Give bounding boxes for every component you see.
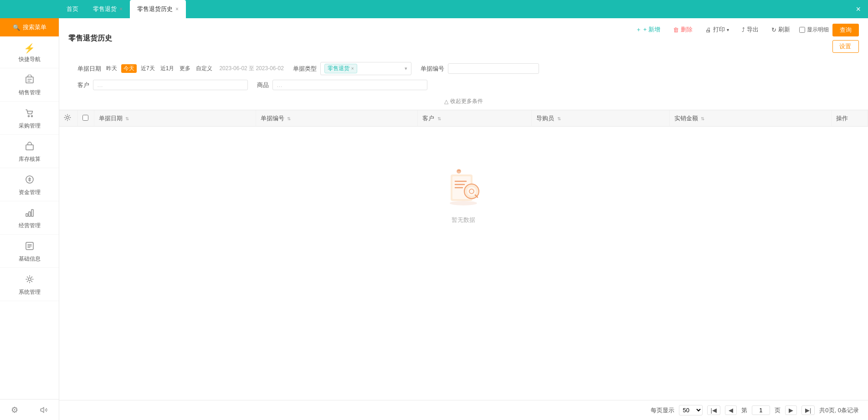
customer-filter: 客户 … — [77, 80, 248, 90]
svg-rect-7 — [31, 210, 33, 216]
doc-type-filter: 单据类型 零售退货 × ▾ — [293, 62, 411, 75]
sidebar-item-label: 快捷导航 — [19, 56, 41, 63]
th-date[interactable]: 单据日期 ⇅ — [94, 110, 256, 127]
doc-type-tag-close[interactable]: × — [351, 66, 354, 71]
th-settings[interactable] — [59, 110, 77, 127]
filter-area: 单据日期 昨天 今天 近7天 近1月 更多 自定义 2023-06-02 至 2… — [68, 57, 859, 110]
sidebar-item-label: 经营管理 — [19, 222, 41, 230]
date-shortcut-today[interactable]: 今天 — [121, 64, 137, 73]
refresh-label: 刷新 — [778, 26, 790, 34]
doc-number-input[interactable] — [448, 63, 539, 74]
th-customer[interactable]: 客户 ⇅ — [418, 110, 532, 127]
th-guide[interactable]: 导购员 ⇅ — [532, 110, 670, 127]
date-shortcut-1month[interactable]: 近1月 — [159, 64, 176, 73]
add-label: + 新增 — [643, 26, 660, 34]
date-shortcut-custom[interactable]: 自定义 — [195, 64, 214, 73]
sort-number-icon: ⇅ — [287, 116, 291, 121]
svg-point-9 — [28, 278, 31, 281]
sort-guide-icon: ⇅ — [557, 116, 561, 121]
pagination-bar: 每页显示 50 20 100 |◀ ◀ 第 页 ▶ ▶| 共0页, 0条记录 — [59, 400, 868, 420]
sort-amount-icon: ⇅ — [701, 116, 704, 121]
current-page-input[interactable] — [752, 405, 770, 415]
doc-type-tag: 零售退货 × — [324, 64, 357, 73]
select-arrow-icon: ▾ — [405, 66, 407, 72]
delete-button[interactable]: 🗑 删除 — [669, 24, 696, 36]
th-number[interactable]: 单据编号 ⇅ — [256, 110, 417, 127]
toolbar: ＋ + 新增 🗑 删除 🖨 打印 ▾ ⤴ — [632, 24, 829, 36]
add-button[interactable]: ＋ + 新增 — [632, 24, 664, 36]
goods-select[interactable]: … — [272, 80, 427, 90]
doc-type-label: 单据类型 — [293, 65, 317, 73]
sidebar-item-label: 系统管理 — [19, 288, 41, 296]
table-container: 单据日期 ⇅ 单据编号 ⇅ 客户 ⇅ 导购员 ⇅ — [59, 110, 868, 400]
page-title: 零售退货历史 — [68, 34, 112, 43]
svg-point-11 — [450, 201, 477, 205]
window-close-button[interactable]: × — [856, 5, 861, 14]
settings-button[interactable]: 设置 — [832, 40, 859, 53]
search-icon: 🔍 — [13, 24, 20, 31]
doc-number-filter: 单据编号 — [421, 63, 539, 74]
last-page-btn[interactable]: ▶| — [801, 405, 815, 415]
sidebar-item-sales[interactable]: 销售管理 — [0, 68, 59, 102]
show-detail-checkbox[interactable] — [799, 27, 805, 33]
sales-icon — [25, 75, 35, 87]
sidebar-item-quick-nav[interactable]: ⚡ 快捷导航 — [0, 36, 59, 68]
export-button[interactable]: ⤴ 导出 — [738, 24, 762, 36]
sidebar-item-inventory[interactable]: 库存核算 — [0, 135, 59, 168]
page-header: 零售退货历史 ＋ + 新增 🗑 删除 🖨 打印 — [59, 18, 868, 110]
sidebar-audio-btn[interactable] — [30, 400, 59, 420]
date-filter: 单据日期 昨天 今天 近7天 近1月 更多 自定义 2023-06-02 至 2… — [77, 64, 284, 73]
content-area: 零售退货历史 ＋ + 新增 🗑 删除 🖨 打印 — [59, 18, 868, 420]
sidebar-item-label: 资金管理 — [19, 189, 41, 196]
close-tab-retail-return-history[interactable]: × — [175, 6, 179, 12]
total-records-text: 共0页, 0条记录 — [819, 406, 859, 415]
select-all-checkbox[interactable] — [82, 115, 88, 121]
customer-label: 客户 — [77, 81, 89, 89]
doc-number-label: 单据编号 — [421, 65, 444, 73]
tab-retail-return[interactable]: 零售退货 × — [86, 0, 130, 18]
first-page-btn[interactable]: |◀ — [707, 405, 720, 415]
collapse-icon: △ — [444, 98, 448, 105]
sidebar-item-label: 库存核算 — [19, 155, 41, 163]
export-icon: ⤴ — [742, 26, 745, 33]
finance-icon — [25, 174, 35, 187]
sidebar-search[interactable]: 🔍 搜索菜单 — [0, 18, 59, 36]
th-amount[interactable]: 实销金额 ⇅ — [669, 110, 831, 127]
quick-nav-icon: ⚡ — [24, 43, 35, 54]
date-shortcut-7days[interactable]: 近7天 — [139, 64, 156, 73]
query-button[interactable]: 查询 — [832, 24, 859, 36]
doc-type-select[interactable]: 零售退货 × ▾ — [320, 62, 411, 75]
refresh-icon: ↻ — [771, 26, 776, 33]
sidebar-item-purchase[interactable]: 采购管理 — [0, 102, 59, 135]
sidebar-item-finance[interactable]: 资金管理 — [0, 168, 59, 201]
table-header-row: 单据日期 ⇅ 单据编号 ⇅ 客户 ⇅ 导购员 ⇅ — [59, 110, 868, 127]
sidebar-settings-btn[interactable]: ⚙ — [0, 400, 30, 420]
date-shortcut-yesterday[interactable]: 昨天 — [105, 64, 118, 73]
sidebar-item-basic-info[interactable]: 基础信息 — [0, 235, 59, 268]
customer-select[interactable]: … — [93, 80, 248, 90]
tab-home[interactable]: 首页 — [59, 0, 86, 18]
th-checkbox[interactable] — [77, 110, 94, 127]
sidebar-item-operations[interactable]: 经营管理 — [0, 201, 59, 235]
svg-point-10 — [67, 117, 69, 119]
sidebar-item-system[interactable]: 系统管理 — [0, 268, 59, 301]
close-tab-retail-return[interactable]: × — [119, 6, 123, 12]
export-label: 导出 — [747, 26, 759, 34]
svg-rect-5 — [26, 214, 28, 216]
next-page-btn[interactable]: ▶ — [785, 405, 797, 415]
collapse-filter-btn[interactable]: △ 收起更多条件 — [77, 95, 850, 110]
refresh-button[interactable]: ↻ 刷新 — [768, 24, 794, 36]
print-button[interactable]: 🖨 打印 ▾ — [702, 24, 733, 36]
page-size-label: 每页显示 — [651, 406, 674, 415]
sidebar-search-label: 搜索菜单 — [23, 23, 46, 31]
delete-icon: 🗑 — [673, 26, 679, 33]
prev-page-btn[interactable]: ◀ — [725, 405, 737, 415]
tab-retail-return-history[interactable]: 零售退货历史 × — [130, 0, 186, 18]
sidebar-item-label: 销售管理 — [19, 89, 41, 97]
show-detail-container: 显示明细 — [799, 26, 829, 34]
inventory-icon — [25, 141, 35, 154]
svg-rect-0 — [26, 77, 33, 83]
date-shortcut-more[interactable]: 更多 — [178, 64, 192, 73]
page-size-select[interactable]: 50 20 100 — [679, 405, 703, 415]
sidebar: 🔍 搜索菜单 ⚡ 快捷导航 销售管理 采购管理 库存核算 — [0, 18, 59, 420]
